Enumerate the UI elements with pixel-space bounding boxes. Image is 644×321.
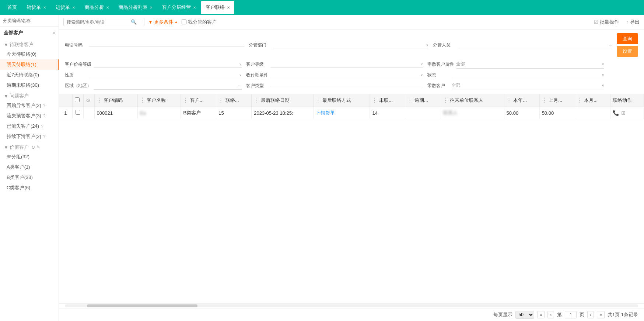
filter-person-dots-icon[interactable]: ···	[609, 42, 612, 48]
filter-customer-level-select[interactable]: ∨	[270, 61, 423, 68]
nav-customer-contact-close-icon[interactable]: ✕	[227, 6, 230, 10]
sidebar-collapse-icon[interactable]: «	[52, 30, 55, 35]
nav-goods-analysis-close-icon[interactable]: ✕	[106, 6, 109, 10]
nav-purchase-close-icon[interactable]: ✕	[72, 6, 75, 10]
sort-icon-year: ⋮	[507, 97, 511, 103]
bottom-bar: 每页显示 50 100 200 « ‹ 第 页 › » 共1页 1条记录	[59, 308, 644, 321]
last-contact-method-link[interactable]: 下销货单	[316, 110, 335, 115]
customer-table: ⚙ ⋮ 客户编码 ⋮ 客户名称 ⋮ 客户...	[59, 94, 644, 119]
filter-region-dots-icon[interactable]: ···	[238, 83, 242, 88]
filter-retail-customer-select[interactable]: 全部 ∨	[452, 81, 604, 90]
col-last-contact-date[interactable]: ⋮ 最后联络日期	[252, 94, 313, 107]
more-conditions-btn[interactable]: ▼ 更多条件 ▲	[148, 19, 178, 25]
row-action-grid-icon[interactable]: ⊞	[621, 110, 626, 116]
col-unit-contacts[interactable]: ⋮ 往来单位联系人	[441, 94, 504, 107]
col-uncontacted[interactable]: ⋮ 未联...	[370, 94, 405, 107]
help-icon-3[interactable]: ?	[43, 134, 45, 139]
col-this-year[interactable]: ⋮ 本年...	[504, 94, 539, 107]
table-gear-icon[interactable]: ⚙	[86, 97, 91, 103]
problem-collapse-icon[interactable]: ▼	[4, 93, 8, 99]
col-checkbox	[72, 94, 83, 107]
set-button[interactable]: 设置	[617, 46, 638, 57]
help-icon-1[interactable]: ?	[43, 114, 45, 118]
nav-purchase[interactable]: 进货单 ✕	[51, 1, 80, 14]
my-customers-label: 我分管的客户	[188, 19, 217, 25]
filter-person-select[interactable]: ···	[457, 41, 612, 49]
sidebar-item-class-a[interactable]: A类客户(1)	[0, 162, 59, 172]
my-customers-checkbox[interactable]	[182, 20, 186, 24]
sidebar-item-ungrouped[interactable]: 未分组(32)	[0, 152, 59, 162]
batch-action-label: 批量操作	[600, 19, 619, 25]
pending-collapse-icon[interactable]: ▼	[4, 42, 8, 48]
sidebar-item-tomorrow[interactable]: 明天待联络(1)	[0, 59, 59, 70]
current-page-input[interactable]	[565, 311, 577, 318]
cell-this-month	[575, 107, 610, 119]
cell-row-num: 1	[59, 107, 72, 119]
sidebar-item-class-c[interactable]: C类客户(6)	[0, 183, 59, 193]
sidebar-item-continuous-decline[interactable]: 持续下滑客户(2) ?	[0, 131, 59, 142]
nav-home[interactable]: 首页	[3, 1, 21, 14]
horizontal-scrollbar-track[interactable]	[59, 303, 644, 308]
filter-dept-select[interactable]: ∨	[273, 42, 428, 48]
filter-panel: 电话号码 分管部门 ∨ 分管人员 ···	[59, 30, 644, 94]
next-page-btn[interactable]: ›	[587, 311, 594, 318]
sidebar-item-churned[interactable]: 已流失客户(24) ?	[0, 121, 59, 131]
sidebar-item-overdue[interactable]: 逾期未联络(30)	[0, 80, 59, 90]
col-overdue[interactable]: ⋮ 逾期...	[405, 94, 441, 107]
col-last-contact-date-label: 最后联络日期	[261, 97, 290, 103]
nav-customer-segment-close-icon[interactable]: ✕	[193, 6, 196, 10]
col-last-month[interactable]: ⋮ 上月...	[539, 94, 575, 107]
filter-status-select[interactable]: ∨	[452, 72, 604, 78]
filter-customer-price-level-select[interactable]: ∨	[94, 61, 242, 68]
filter-customer-type-input[interactable]	[270, 84, 423, 87]
value-edit-icon[interactable]: ✎	[36, 145, 40, 150]
filter-payment-select[interactable]: ∨	[270, 72, 423, 78]
sidebar-item-churn-risk[interactable]: 流失预警客户(3) ?	[0, 111, 59, 121]
page-size-select[interactable]: 50 100 200	[515, 311, 534, 319]
nav-sales[interactable]: 销货单 ✕	[22, 1, 50, 14]
col-this-month[interactable]: ⋮ 本月...	[575, 94, 610, 107]
nav-customer-contact[interactable]: 客户联络 ✕	[201, 1, 234, 14]
sort-icon-last-month: ⋮	[542, 97, 547, 103]
sidebar-all-customers-header[interactable]: 全部客户 «	[0, 27, 59, 39]
export-btn[interactable]: ↑ 导出	[626, 19, 640, 25]
filter-region-select[interactable]: ···	[94, 82, 242, 90]
cell-unit-contacts: 联系人	[441, 107, 504, 119]
row-checkbox[interactable]	[76, 110, 80, 115]
value-title: 价值客户	[10, 144, 29, 151]
filter-nature-select[interactable]: ∨	[89, 72, 242, 78]
value-refresh-icon[interactable]: ↻	[31, 145, 35, 150]
filter-retail-attr-select[interactable]: 全部 ∨	[456, 60, 604, 69]
col-customer-code[interactable]: ⋮ 客户编码	[94, 94, 137, 107]
nav-goods-analysis-list[interactable]: 商品分析列表 ✕	[114, 1, 157, 14]
batch-action-btn[interactable]: ☑ 批量操作	[594, 19, 619, 25]
prev-page-btn[interactable]: ‹	[547, 311, 554, 318]
col-last-contact-method[interactable]: ⋮ 最后联络方式	[313, 94, 370, 107]
first-page-btn[interactable]: «	[537, 311, 545, 318]
main-search-input[interactable]	[67, 20, 129, 25]
col-customer-name[interactable]: ⋮ 客户名称	[137, 94, 181, 107]
my-customers-checkbox-wrap: 我分管的客户	[182, 19, 217, 25]
sidebar-item-repurchase-abnormal[interactable]: 回购异常客户(2) ?	[0, 100, 59, 111]
row-action-phone-icon[interactable]: 📞	[613, 110, 619, 116]
sidebar-search-input[interactable]	[3, 18, 58, 23]
nav-customer-segment[interactable]: 客户分层经营 ✕	[158, 1, 200, 14]
help-icon-2[interactable]: ?	[41, 124, 43, 128]
nav-sales-close-icon[interactable]: ✕	[43, 6, 46, 10]
scrollbar-thumb[interactable]	[87, 304, 197, 307]
sidebar-item-week[interactable]: 近7天待联络(0)	[0, 70, 59, 80]
main-search-icon[interactable]: 🔍	[131, 19, 137, 25]
col-last-contact-method-label: 最后联络方式	[322, 97, 351, 103]
select-all-checkbox[interactable]	[75, 97, 80, 102]
help-icon-0[interactable]: ?	[43, 103, 45, 108]
last-page-btn[interactable]: »	[597, 311, 605, 318]
query-button[interactable]: 查询	[617, 33, 638, 44]
nav-goods-analysis-list-close-icon[interactable]: ✕	[150, 6, 153, 10]
nav-goods-analysis[interactable]: 商品分析 ✕	[80, 1, 113, 14]
col-customer-type[interactable]: ⋮ 客户...	[181, 94, 216, 107]
filter-phone-input[interactable]	[89, 44, 244, 46]
sidebar-item-class-b[interactable]: B类客户(33)	[0, 172, 59, 183]
col-contact[interactable]: ⋮ 联络...	[216, 94, 252, 107]
sidebar-item-today[interactable]: 今天待联络(0)	[0, 49, 59, 59]
value-collapse-icon[interactable]: ▼	[4, 145, 8, 150]
